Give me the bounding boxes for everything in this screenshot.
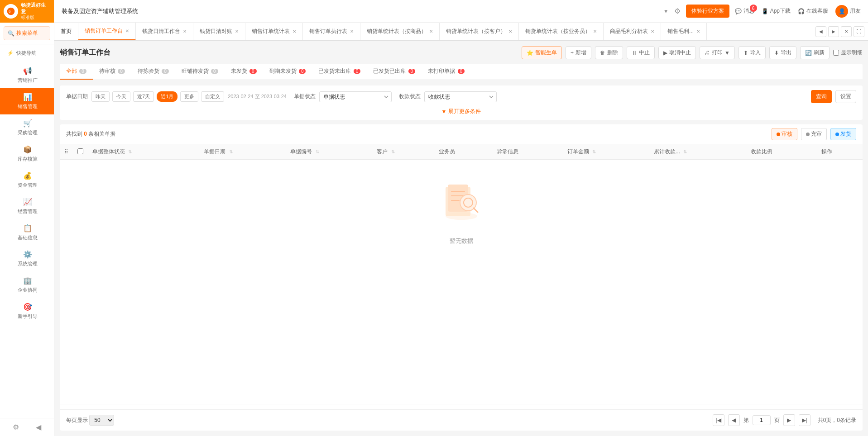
tab-fullscreen-button[interactable]: ⛶	[854, 26, 864, 37]
filter-date-custom[interactable]: 自定义	[201, 91, 224, 102]
inner-tab-shipped-out[interactable]: 已发货已出库 0	[367, 64, 422, 80]
inner-tab-not-printed[interactable]: 未打印单据 0	[422, 64, 471, 80]
tab-product-margin[interactable]: 商品毛利分析表 ✕	[604, 23, 661, 40]
page-size-select[interactable]: 10 20 50 100	[89, 415, 114, 426]
tab-sales-stats[interactable]: 销售订单统计表 ✕	[245, 23, 303, 40]
sidebar-item-guide[interactable]: 🎯 新手引导	[0, 298, 54, 324]
filter-date-yesterday[interactable]: 昨天	[91, 91, 110, 102]
print-button[interactable]: 🖨 打印 ▼	[700, 46, 735, 59]
import-button[interactable]: ⬆ 导入	[739, 46, 766, 59]
inner-tab-overdue-not-shipped[interactable]: 到期未发货 0	[263, 64, 312, 80]
tab-prev-button[interactable]: ◀	[815, 26, 826, 37]
sidebar-item-marketing[interactable]: 📢 营销推广	[0, 62, 54, 88]
tab-cash-reconcile[interactable]: 钱货日清对账 ✕	[193, 23, 245, 40]
tab-product-margin-close[interactable]: ✕	[651, 29, 654, 34]
quick-nav-icon: ⚡	[7, 50, 14, 56]
export-button[interactable]: ⬇ 导出	[769, 46, 796, 59]
tab-sales-stats-product[interactable]: 销货单统计表（按商品） ✕	[360, 23, 440, 40]
tab-sales-exec-close[interactable]: ✕	[350, 29, 354, 34]
expand-filter-button[interactable]: ▼ 展开更多条件	[441, 108, 481, 115]
tab-cash-reconcile-close[interactable]: ✕	[235, 29, 239, 34]
sidebar-item-sales[interactable]: 📊 销售管理	[0, 88, 54, 114]
filter-status-select[interactable]: 单据状态	[319, 91, 392, 102]
user-menu-button[interactable]: 👤 用友	[835, 5, 861, 18]
th-amount-sort[interactable]: ⇅	[592, 149, 596, 154]
inner-tab-pending-review[interactable]: 待审核 0	[93, 64, 131, 80]
inner-tab-pending-inspect[interactable]: 待拣验货 0	[131, 64, 175, 80]
filter-date-today[interactable]: 今天	[112, 91, 130, 102]
tab-sales-workbench-close[interactable]: ✕	[125, 28, 129, 33]
select-all-checkbox[interactable]	[77, 148, 83, 154]
online-support-button[interactable]: 🎧 在线客服	[798, 7, 828, 15]
add-button[interactable]: + 新增	[566, 46, 591, 59]
filter-date-more[interactable]: 更多	[180, 91, 198, 102]
sidebar-item-system[interactable]: ⚙️ 系统管理	[0, 246, 54, 272]
suspend-button[interactable]: ⏸ 中止	[627, 46, 655, 59]
search-menu-button[interactable]: 🔍 搜索菜单	[4, 26, 50, 40]
next-page-button[interactable]: ▶	[783, 414, 795, 426]
tab-sales-stats-close[interactable]: ✕	[293, 29, 296, 34]
tab-sales-more-close[interactable]: ✕	[696, 29, 700, 34]
sidebar-item-enterprise[interactable]: 🏢 企业协同	[0, 272, 54, 298]
query-button[interactable]: 查询	[811, 90, 832, 103]
app-download-button[interactable]: 📱 App下载	[762, 7, 791, 15]
tab-stats-product-close[interactable]: ✕	[429, 29, 433, 34]
th-number-sort[interactable]: ⇅	[316, 149, 319, 154]
inner-tab-all[interactable]: 全部 0	[60, 64, 93, 80]
inner-tab-not-shipped[interactable]: 未发货 0	[225, 64, 263, 80]
review-button[interactable]: 审核	[772, 128, 797, 140]
last-page-button[interactable]: ▶|	[799, 414, 810, 426]
sidebar-collapse-button[interactable]: ◀	[36, 423, 41, 431]
inner-tab-overdue-not-shipped-label: 到期未发货	[269, 68, 297, 74]
filter-settings-button[interactable]: 设置	[835, 90, 856, 103]
cancel-suspend-button[interactable]: ▶ 取消中止	[658, 46, 696, 59]
tab-stats-customer-close[interactable]: ✕	[508, 29, 512, 34]
th-checkbox[interactable]	[73, 144, 88, 160]
tab-stats-staff-close[interactable]: ✕	[593, 29, 597, 34]
message-button[interactable]: 💬 消息 6	[735, 7, 754, 15]
show-detail-toggle[interactable]: 显示明细	[833, 49, 863, 57]
first-page-button[interactable]: |◀	[713, 414, 724, 426]
cancel-review-button[interactable]: 充审	[801, 128, 827, 140]
filter-date-7days[interactable]: 近7天	[133, 91, 154, 102]
th-collected-sort[interactable]: ⇅	[683, 149, 687, 154]
sidebar-settings-button[interactable]: ⚙	[13, 423, 19, 431]
sidebar-item-finance[interactable]: 💰 资金管理	[0, 167, 54, 193]
system-dropdown-icon[interactable]: ▼	[663, 8, 669, 14]
horizontal-scrollbar[interactable]	[60, 404, 863, 409]
current-page-input[interactable]	[753, 415, 771, 425]
tab-sales-more[interactable]: 销售毛利... ✕	[661, 23, 707, 40]
refresh-button[interactable]: 🔄 刷新	[800, 46, 830, 59]
filter-payment-label: 收款状态	[399, 93, 421, 100]
delete-button[interactable]: 🗑 删除	[595, 46, 623, 59]
smart-create-button[interactable]: ⭐ 智能生单	[522, 46, 562, 59]
tab-home[interactable]: 首页	[54, 23, 78, 40]
inner-tab-shipped-out-label: 已发货已出库	[373, 68, 406, 74]
filter-date-1month[interactable]: 近1月	[157, 91, 177, 102]
tab-sales-workbench[interactable]: 销售订单工作台 ✕	[78, 23, 136, 40]
sidebar-item-purchase[interactable]: 🛒 采购管理	[0, 114, 54, 141]
sidebar-item-basic[interactable]: 📋 基础信息	[0, 219, 54, 246]
sidebar-item-inventory[interactable]: 📦 库存核算	[0, 141, 54, 167]
inner-tab-wangpu[interactable]: 旺铺待发货 0	[175, 64, 225, 80]
prev-page-button[interactable]: ◀	[728, 414, 740, 426]
ship-button[interactable]: 发货	[830, 128, 856, 140]
industry-solution-button[interactable]: 体验行业方案	[686, 5, 729, 18]
th-customer-sort[interactable]: ⇅	[391, 149, 395, 154]
filter-payment-select[interactable]: 收款状态	[424, 91, 497, 102]
tab-sales-exec[interactable]: 销售订单执行表 ✕	[303, 23, 360, 40]
sidebar-item-business[interactable]: 📈 经营管理	[0, 193, 54, 219]
tab-sales-stats-customer[interactable]: 销货单统计表（按客户） ✕	[440, 23, 519, 40]
quick-nav-item[interactable]: ⚡ 快捷导航	[4, 47, 50, 59]
inner-tab-shipped-not-out[interactable]: 已发货未出库 0	[312, 64, 367, 80]
tab-sales-stats-staff[interactable]: 销货单统计表（按业务员） ✕	[519, 23, 604, 40]
topbar-settings-icon[interactable]: ⚙	[674, 7, 681, 15]
tab-next-button[interactable]: ▶	[828, 26, 839, 37]
tab-close-all-button[interactable]: ✕	[841, 26, 852, 37]
show-detail-checkbox[interactable]	[833, 50, 839, 56]
tab-cash-reconcile-label: 钱货日清对账	[200, 28, 232, 35]
th-date-sort[interactable]: ⇅	[229, 149, 233, 154]
tab-cash-daily[interactable]: 钱货日清工作台 ✕	[136, 23, 193, 40]
tab-cash-daily-close[interactable]: ✕	[183, 29, 187, 34]
th-status-sort[interactable]: ⇅	[128, 149, 132, 154]
